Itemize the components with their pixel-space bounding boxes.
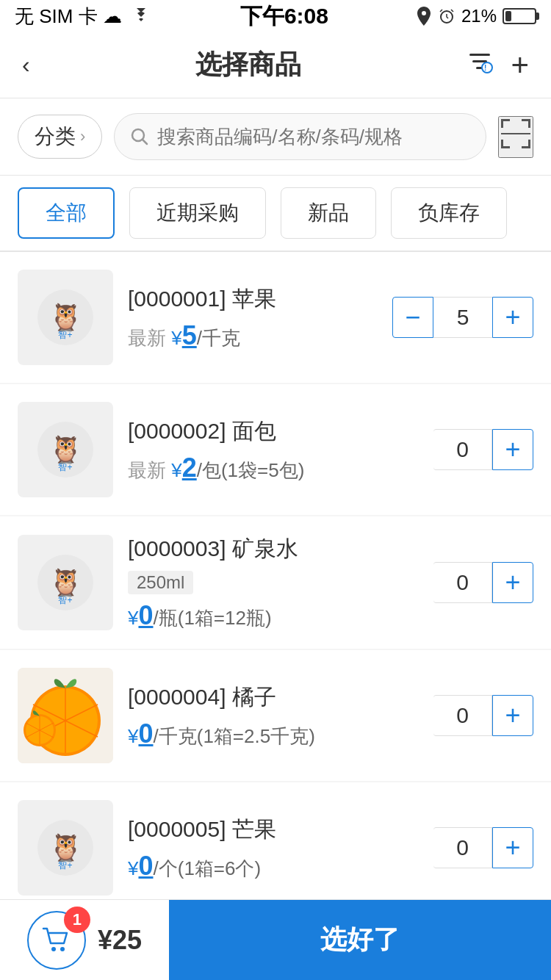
price-unit-5: /个(1箱=6个) xyxy=(154,857,262,879)
owl-logo-icon: 🦉 智+ xyxy=(36,818,95,877)
list-item: [0000004] 橘子 ¥0/千克(1箱=2.5千克) + xyxy=(0,650,551,781)
tab-negative[interactable]: 负库存 xyxy=(391,187,507,239)
price-label-1: 最新 xyxy=(128,327,171,349)
tab-all[interactable]: 全部 xyxy=(18,187,115,239)
svg-text:!: ! xyxy=(484,64,486,72)
qty-plus-2[interactable]: + xyxy=(492,429,533,470)
owl-logo-icon: 🦉 智+ xyxy=(36,420,95,479)
svg-rect-1 xyxy=(469,54,490,56)
list-item: 🦉 智+ [0000005] 芒果 ¥0/个(1箱=6个) + xyxy=(0,782,551,913)
scan-button[interactable] xyxy=(498,116,533,158)
product-price-1: 最新 ¥5/千克 xyxy=(128,320,378,351)
svg-text:🦉: 🦉 xyxy=(49,433,82,465)
cart-icon-wrap[interactable]: 1 xyxy=(27,911,86,970)
product-price-4: ¥0/千克(1箱=2.5千克) xyxy=(128,718,419,749)
qty-minus-1[interactable]: − xyxy=(392,297,433,338)
svg-text:🦉: 🦉 xyxy=(49,301,82,333)
svg-text:智+: 智+ xyxy=(58,595,72,605)
product-info-2: [0000002] 面包 最新 ¥2/包(1袋=5包) xyxy=(128,417,419,483)
cart-total: ¥25 xyxy=(98,925,142,956)
search-input[interactable] xyxy=(157,126,471,148)
cart-area: 1 ¥25 xyxy=(0,900,169,980)
alarm-icon xyxy=(438,7,455,25)
product-image-5: 🦉 智+ xyxy=(18,800,113,896)
status-time: 下午6:08 xyxy=(240,1,328,32)
product-image-3: 🦉 智+ xyxy=(18,535,113,630)
price-value-4: 0 xyxy=(138,718,153,749)
svg-rect-8 xyxy=(501,119,503,128)
category-button[interactable]: 分类 › xyxy=(18,115,102,159)
svg-point-39 xyxy=(51,947,56,951)
product-info-5: [0000005] 芒果 ¥0/个(1箱=6个) xyxy=(128,815,419,882)
product-name-3: [0000003] 矿泉水 xyxy=(128,534,419,564)
tab-new[interactable]: 新品 xyxy=(281,187,376,239)
status-left: 无 SIM 卡 ☁ xyxy=(15,4,153,29)
price-unit-4: /千克(1箱=2.5千克) xyxy=(154,725,315,747)
owl-logo-icon: 🦉 智+ xyxy=(36,288,95,347)
qty-control-1: − + xyxy=(392,297,533,338)
svg-rect-2 xyxy=(472,60,487,62)
qty-plus-5[interactable]: + xyxy=(492,827,533,868)
price-unit-1: /千克 xyxy=(197,327,240,349)
price-label-2: 最新 xyxy=(128,459,171,481)
qty-input-5[interactable] xyxy=(433,827,492,868)
price-value-5: 0 xyxy=(138,851,153,881)
svg-rect-15 xyxy=(501,133,530,134)
back-button[interactable]: ‹ xyxy=(22,51,30,79)
qty-input-2[interactable] xyxy=(433,429,492,470)
product-name-2: [0000002] 面包 xyxy=(128,417,419,447)
status-bar: 无 SIM 卡 ☁ 下午6:08 21% xyxy=(0,0,551,32)
qty-plus-1[interactable]: + xyxy=(492,297,533,338)
battery-icon xyxy=(503,8,536,24)
owl-logo-icon: 🦉 智+ xyxy=(36,553,95,612)
qty-input-3[interactable] xyxy=(433,562,492,603)
svg-text:🦉: 🦉 xyxy=(49,566,82,598)
price-unit-2: /包(1袋=5包) xyxy=(197,459,305,481)
confirm-button[interactable]: 选好了 xyxy=(169,900,551,980)
status-right: 21% xyxy=(416,6,536,26)
filter-icon: ! xyxy=(467,48,493,75)
svg-rect-10 xyxy=(528,119,530,128)
price-value-3: 0 xyxy=(138,600,153,630)
qty-plus-3[interactable]: + xyxy=(492,562,533,603)
product-image-1: 🦉 智+ xyxy=(18,270,113,365)
tab-recent[interactable]: 近期采购 xyxy=(129,187,266,239)
chevron-right-icon: › xyxy=(80,127,85,146)
product-price-3: ¥0/瓶(1箱=12瓶) xyxy=(128,600,419,631)
svg-text:智+: 智+ xyxy=(58,462,72,472)
svg-rect-12 xyxy=(501,140,503,148)
search-icon xyxy=(129,126,150,147)
product-list: 🦉 智+ [0000001] 苹果 最新 ¥5/千克 − + 🦉 智+ xyxy=(0,252,551,980)
wifi-icon xyxy=(129,8,153,24)
svg-text:智+: 智+ xyxy=(58,860,72,871)
svg-text:🦉: 🦉 xyxy=(49,832,82,863)
list-item: 🦉 智+ [0000002] 面包 最新 ¥2/包(1袋=5包) + xyxy=(0,384,551,515)
product-price-5: ¥0/个(1箱=6个) xyxy=(128,851,419,882)
price-yen-3: ¥ xyxy=(128,607,138,629)
add-button[interactable]: + xyxy=(511,48,529,83)
qty-control-4: + xyxy=(433,695,533,736)
product-image-2: 🦉 智+ xyxy=(18,402,113,497)
product-price-2: 最新 ¥2/包(1袋=5包) xyxy=(128,453,419,483)
product-name-1: [0000001] 苹果 xyxy=(128,284,378,314)
qty-input-4[interactable] xyxy=(433,695,492,736)
filter-button[interactable]: ! xyxy=(467,48,493,82)
price-unit-3: /瓶(1箱=12瓶) xyxy=(154,607,272,629)
product-name-4: [0000004] 橘子 xyxy=(128,682,419,713)
product-info-1: [0000001] 苹果 最新 ¥5/千克 xyxy=(128,284,378,351)
price-yen-1: ¥ xyxy=(171,327,181,349)
svg-point-40 xyxy=(60,947,65,951)
price-yen-5: ¥ xyxy=(128,857,138,879)
svg-text:智+: 智+ xyxy=(58,330,72,340)
svg-rect-14 xyxy=(528,140,530,148)
category-label: 分类 xyxy=(35,123,76,151)
qty-control-3: + xyxy=(433,562,533,603)
scan-icon xyxy=(500,118,532,150)
qty-plus-4[interactable]: + xyxy=(492,695,533,736)
battery-percent: 21% xyxy=(461,6,497,26)
bottom-bar: 1 ¥25 选好了 xyxy=(0,899,551,980)
qty-input-1[interactable] xyxy=(433,297,492,338)
cart-badge: 1 xyxy=(64,907,90,933)
list-item: 🦉 智+ [0000003] 矿泉水 250ml ¥0/瓶(1箱=12瓶) + xyxy=(0,516,551,649)
product-name-5: [0000005] 芒果 xyxy=(128,815,419,845)
